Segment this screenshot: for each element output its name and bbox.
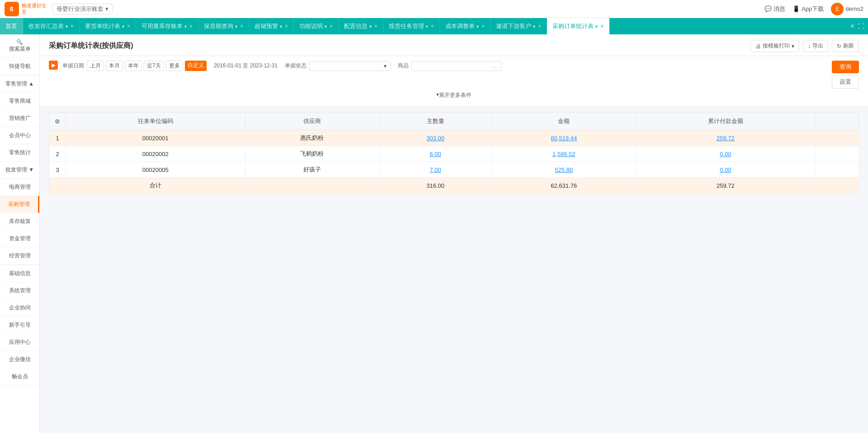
sidebar-item-wechat[interactable]: 企业微信 [0, 351, 39, 368]
tab-cbtz-close[interactable]: × [481, 23, 485, 29]
tab-cgdtjb[interactable]: 采购订单统计表 ▾ × [547, 18, 609, 34]
cell-supplier-2: 好孩子 [245, 162, 379, 178]
tab-gnms-close[interactable]: × [330, 23, 333, 29]
tab-yqxyk-close[interactable]: × [538, 23, 541, 29]
tab-pzxx-close[interactable]: × [374, 23, 377, 29]
sidebar-item-marketing[interactable]: 营销推广 [0, 110, 39, 127]
sidebar-item-enterprise[interactable]: 企业协同 [0, 300, 39, 317]
sidebar-basic-label: 基础信息 [9, 270, 31, 276]
goods-more-dots[interactable]: ... [493, 63, 498, 69]
query-button[interactable]: 查询 [832, 61, 859, 73]
sidebar-item-operations[interactable]: 经营管理 [0, 247, 39, 265]
link-paid-0[interactable]: 259.72 [717, 135, 735, 142]
tab-jhkwrw-close[interactable]: × [431, 23, 434, 29]
tab-shfhz-close[interactable]: × [71, 23, 74, 29]
sidebar-item-system[interactable]: 系统管理 [0, 282, 39, 300]
filter-toggle[interactable]: ▶ [49, 61, 58, 70]
tab-kyld[interactable]: 可用量库存账本 ▾ × [136, 18, 198, 34]
export-button[interactable]: ↓ 导出 [803, 40, 828, 52]
cell-unit-code-0: 00020001 [66, 130, 245, 146]
tab-bqcx-close[interactable]: × [240, 23, 243, 29]
sidebar-retail-stat-label: 零售统计 [9, 149, 31, 156]
sidebar-item-finance[interactable]: 资金管理 [0, 230, 39, 247]
tab-jhkwrw[interactable]: 拣货任务管理 ▾ × [383, 18, 440, 34]
sidebar-item-retail[interactable]: 零售管理 ▲ [0, 76, 39, 93]
tab-shfhz-label: 收发存汇总表 [28, 22, 64, 30]
print-button[interactable]: 🖨 按模板打印 ▾ [750, 40, 799, 52]
link-paid-1[interactable]: 0.00 [720, 151, 731, 157]
cell-amount-0: 60,519.44 [492, 130, 636, 146]
date-btn-this-year[interactable]: 本年 [125, 61, 142, 71]
tab-kyld-arrow: ▾ [184, 24, 187, 29]
workspace-selector[interactable]: 母婴行业演示账套 ▾ [52, 4, 113, 14]
goods-input[interactable]: ... [411, 61, 502, 71]
tab-pzxx[interactable]: 配置信息 ▾ × [339, 18, 383, 34]
tab-cbtz[interactable]: 成本调整单 ▾ × [440, 18, 491, 34]
cell-main-qty-0: 303.00 [379, 130, 491, 146]
link-amount-1[interactable]: 1,586.52 [552, 151, 576, 157]
link-paid-2[interactable]: 0.00 [720, 167, 731, 173]
sidebar-item-ecommerce[interactable]: 电商管理 [0, 179, 39, 196]
date-btn-more[interactable]: 更多 [166, 61, 183, 71]
print-label: 按模板打印 [763, 42, 790, 50]
sidebar-item-purchase[interactable]: 采购管理 [0, 196, 39, 213]
message-btn[interactable]: 💬 消息 [764, 5, 785, 13]
link-main-qty-2[interactable]: 7.00 [429, 167, 441, 173]
link-amount-0[interactable]: 60,519.44 [551, 135, 577, 142]
sidebar-item-retail-stat[interactable]: 零售统计 [0, 144, 39, 162]
gear-icon[interactable]: ⚙ [55, 118, 60, 125]
content-area: 采购订单统计表(按供应商) 🖨 按模板打印 ▾ ↓ 导出 ↻ 刷新 [40, 34, 868, 433]
sidebar-item-quick-nav[interactable]: 快捷导航 [0, 58, 39, 75]
user-area[interactable]: E demo2 [831, 3, 863, 15]
tab-bqcx[interactable]: 保质期查询 ▾ × [198, 18, 249, 34]
tab-shfhz[interactable]: 收发存汇总表 ▾ × [23, 18, 80, 34]
nav-tabs-right: × ⛶ [850, 22, 868, 30]
footer-label: 合计 [66, 178, 245, 194]
tab-ccyj[interactable]: 超储预警 ▾ × [249, 18, 294, 34]
status-arrow: ▾ [384, 63, 387, 69]
sidebar-item-retail-shop[interactable]: 零售商城 [0, 93, 39, 110]
tab-home[interactable]: 首页 [0, 18, 23, 34]
link-main-qty-0[interactable]: 303.00 [426, 135, 444, 142]
sidebar-item-basic[interactable]: 基础信息 [0, 265, 39, 282]
sidebar-item-vip[interactable]: 畅会员 [0, 368, 39, 385]
sidebar-item-wholesale[interactable]: 批发管理 ▼ [0, 162, 39, 179]
date-btn-7days[interactable]: 近7天 [144, 61, 164, 71]
nav-close-all-btn[interactable]: × [850, 22, 854, 30]
settings-button[interactable]: 设置 [832, 75, 859, 89]
sidebar-item-appstore[interactable]: 应用中心 [0, 334, 39, 351]
sidebar-item-member[interactable]: 会员中心 [0, 127, 39, 144]
table-row: 2 00020002 飞鹤奶粉 6.00 1,586.52 0.00 [49, 146, 859, 162]
refresh-label: 刷新 [843, 42, 854, 50]
nav-expand-btn[interactable]: ⛶ [858, 23, 864, 30]
tab-cgdtjb-close[interactable]: × [600, 23, 604, 29]
tab-yfhtjb-close[interactable]: × [127, 23, 130, 29]
date-btn-last-month[interactable]: 上月 [87, 61, 104, 71]
cell-main-qty-2: 7.00 [379, 162, 491, 178]
sidebar-item-newbie[interactable]: 新手引导 [0, 317, 39, 334]
expand-more-btn[interactable]: ▾ 展开更多条件 [49, 89, 859, 102]
sidebar-member-label: 会员中心 [9, 132, 31, 138]
tab-ccyj-close[interactable]: × [285, 23, 288, 29]
export-icon: ↓ [808, 43, 811, 49]
link-amount-2[interactable]: 525.80 [555, 167, 573, 173]
print-icon: 🖨 [755, 43, 761, 49]
th-unit-code: 往来单位编码 [66, 113, 245, 130]
tab-gnms-label: 功能说明 [299, 22, 323, 30]
date-btn-this-month[interactable]: 本月 [106, 61, 123, 71]
tab-shfhz-arrow: ▾ [66, 24, 68, 29]
tab-yqxyk[interactable]: 邀请下游客户 ▾ × [491, 18, 547, 34]
workspace-arrow: ▾ [105, 5, 108, 12]
app-download-btn[interactable]: 📱 App下载 [793, 5, 824, 13]
sidebar-item-inventory[interactable]: 库存核算 [0, 213, 39, 230]
status-select[interactable]: ▾ [309, 61, 391, 71]
data-table: ⚙ 往来单位编码 供应商 主数量 金额 [49, 112, 859, 194]
link-main-qty-1[interactable]: 6.00 [429, 151, 441, 157]
logo-icon: 6 [5, 2, 19, 16]
tab-gnms[interactable]: 功能说明 ▾ × [294, 18, 339, 34]
tab-kyld-close[interactable]: × [189, 23, 193, 29]
cell-seq-2: 3 [49, 162, 66, 178]
refresh-button[interactable]: ↻ 刷新 [832, 40, 859, 52]
sidebar-search[interactable]: 🔍 搜索菜单 [0, 34, 39, 58]
tab-yfhtjb[interactable]: 要货单统计表 ▾ × [80, 18, 136, 34]
